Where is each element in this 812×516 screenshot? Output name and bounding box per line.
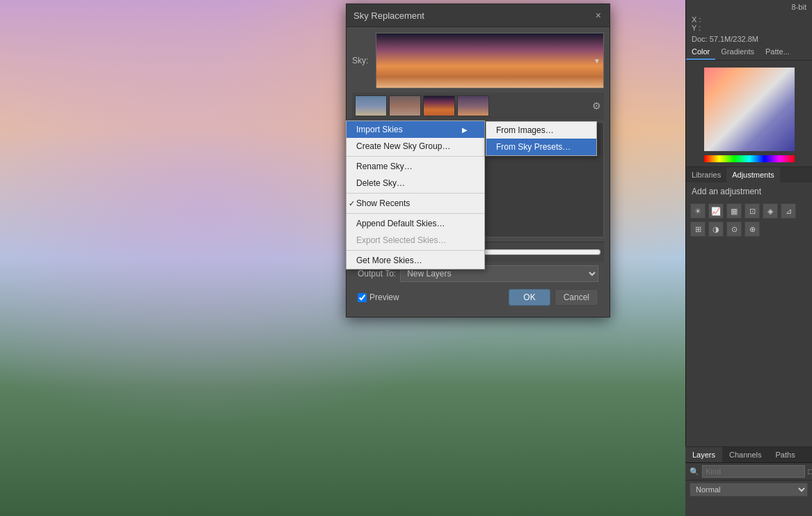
layers-tabs: Layers Channels Paths — [685, 447, 812, 463]
coordinates-info: X : Y : — [686, 14, 812, 33]
adjustment-icons-row: ☀ 📈 ▦ ⊡ ◈ ⊿ ⊞ ◑ ⊙ ⊕ — [686, 201, 812, 240]
sky-thumbnail-2[interactable] — [389, 95, 421, 116]
layers-search-input[interactable] — [702, 465, 805, 478]
add-adjustment-title: Add an adjustment — [686, 182, 812, 201]
hue-saturation-icon[interactable]: ⊿ — [781, 203, 796, 219]
context-menu-item-export-selected-skies: Export Selected Skies… — [347, 232, 484, 249]
separator-1 — [347, 156, 484, 157]
right-panel: 8-bit X : Y : Doc: 57.1M/232.8M Color Gr… — [685, 0, 812, 516]
tab-color[interactable]: Color — [686, 45, 715, 60]
adjustment-tabs: Libraries Adjustments — [686, 167, 812, 182]
sky-preview-row: Sky: ▼ — [352, 33, 604, 88]
import-skies-wrapper: Import Skies ▶ From Images… From Sky Pre… — [347, 121, 484, 138]
sky-label: Sky: — [352, 56, 372, 65]
dialog-titlebar: Sky Replacement × — [347, 4, 610, 27]
vibrance-icon[interactable]: ◈ — [763, 203, 778, 219]
x-coord-label: X : — [692, 15, 701, 24]
layers-blend-row: Normal Multiply Screen Overlay — [685, 480, 812, 499]
layers-search-options-icon: □ — [808, 467, 812, 476]
get-more-skies-label: Get More Skies… — [356, 256, 422, 265]
output-to-label: Output To: — [358, 269, 396, 279]
import-skies-label: Import Skies — [356, 125, 403, 134]
footer-buttons: OK Cancel — [509, 289, 598, 306]
show-recents-label: Show Recents — [356, 198, 410, 208]
separator-2 — [347, 193, 484, 194]
context-menu-item-delete-sky[interactable]: Delete Sky… — [347, 175, 484, 191]
tab-adjustments[interactable]: Adjustments — [726, 167, 780, 182]
create-new-sky-group-label: Create New Sky Group… — [356, 141, 450, 151]
sky-dropdown-arrow-icon: ▼ — [594, 57, 600, 65]
color-tabs: Color Gradients Patte... — [686, 45, 812, 61]
hue-bar[interactable] — [704, 155, 795, 162]
black-white-icon[interactable]: ◑ — [708, 221, 724, 237]
color-section — [686, 61, 812, 167]
cancel-button[interactable]: Cancel — [555, 289, 598, 306]
layers-search-row: 🔍 □ — [685, 463, 812, 480]
sky-thumbnail-1[interactable] — [355, 95, 387, 116]
preview-checkbox-label[interactable]: Preview — [358, 292, 399, 302]
dialog-footer: Preview OK Cancel — [352, 286, 604, 311]
sky-preview-dropdown[interactable]: ▼ — [376, 33, 604, 88]
layers-blend-mode-select[interactable]: Normal Multiply Screen Overlay — [690, 483, 808, 497]
submenu-from-sky-presets[interactable]: From Sky Presets… — [486, 139, 596, 155]
delete-sky-label: Delete Sky… — [356, 178, 405, 188]
separator-4 — [347, 250, 484, 251]
preview-checkbox[interactable] — [358, 293, 367, 302]
sky-options-gear-button[interactable]: ⚙ — [592, 100, 601, 111]
append-default-skies-label: Append Default Skies… — [356, 219, 445, 228]
brightness-contrast-icon[interactable]: ☀ — [690, 203, 706, 219]
bit-depth-info: 8-bit — [686, 0, 812, 14]
context-menu-item-show-recents[interactable]: Show Recents — [347, 195, 484, 212]
sky-thumbnail-3[interactable] — [423, 95, 455, 116]
context-menu-item-create-new-sky-group[interactable]: Create New Sky Group… — [347, 138, 484, 155]
context-menu-item-import-skies[interactable]: Import Skies ▶ — [347, 121, 484, 138]
ok-button[interactable]: OK — [509, 289, 550, 306]
context-menu-item-get-more-skies[interactable]: Get More Skies… — [347, 252, 484, 269]
right-panel-header: 8-bit X : Y : Doc: 57.1M/232.8M — [686, 0, 812, 45]
curves-icon[interactable]: 📈 — [708, 203, 724, 219]
import-skies-submenu: From Images… From Sky Presets… — [486, 121, 597, 156]
tab-paths[interactable]: Paths — [769, 447, 802, 462]
thumbnails-row: ⚙ — [352, 93, 604, 119]
exposure-icon[interactable]: ⊡ — [745, 203, 760, 219]
tab-channels[interactable]: Channels — [722, 447, 768, 462]
dialog-close-button[interactable]: × — [594, 10, 603, 21]
dialog-title: Sky Replacement — [353, 10, 424, 21]
tab-libraries[interactable]: Libraries — [686, 167, 726, 182]
sky-preview-image — [376, 33, 603, 88]
export-selected-skies-label: Export Selected Skies… — [356, 235, 446, 245]
tab-layers[interactable]: Layers — [685, 447, 722, 462]
photo-filter-icon[interactable]: ⊙ — [726, 221, 742, 237]
color-swatch[interactable] — [704, 68, 795, 151]
layers-panel: Layers Channels Paths 🔍 □ Normal Multipl… — [685, 446, 812, 516]
search-icon: 🔍 — [690, 467, 699, 476]
tab-patterns[interactable]: Patte... — [760, 45, 795, 60]
submenu-arrow-icon: ▶ — [462, 126, 468, 134]
context-menu-item-append-default-skies[interactable]: Append Default Skies… — [347, 215, 484, 232]
color-balance-icon[interactable]: ⊞ — [690, 221, 706, 237]
channel-mixer-icon[interactable]: ⊕ — [745, 221, 760, 237]
y-coord-label: Y : — [692, 24, 701, 32]
levels-icon[interactable]: ▦ — [726, 203, 742, 219]
context-menu-item-rename-sky[interactable]: Rename Sky… — [347, 158, 484, 175]
tab-gradients[interactable]: Gradients — [715, 45, 760, 60]
preview-label: Preview — [369, 292, 399, 302]
sky-thumbnail-4[interactable] — [457, 95, 489, 116]
from-sky-presets-label: From Sky Presets… — [496, 142, 571, 152]
rename-sky-label: Rename Sky… — [356, 162, 413, 171]
context-menu: Import Skies ▶ From Images… From Sky Pre… — [346, 120, 485, 269]
separator-3 — [347, 213, 484, 214]
from-images-label: From Images… — [496, 125, 554, 135]
submenu-from-images[interactable]: From Images… — [486, 122, 596, 139]
doc-size-info: Doc: 57.1M/232.8M — [686, 33, 812, 45]
